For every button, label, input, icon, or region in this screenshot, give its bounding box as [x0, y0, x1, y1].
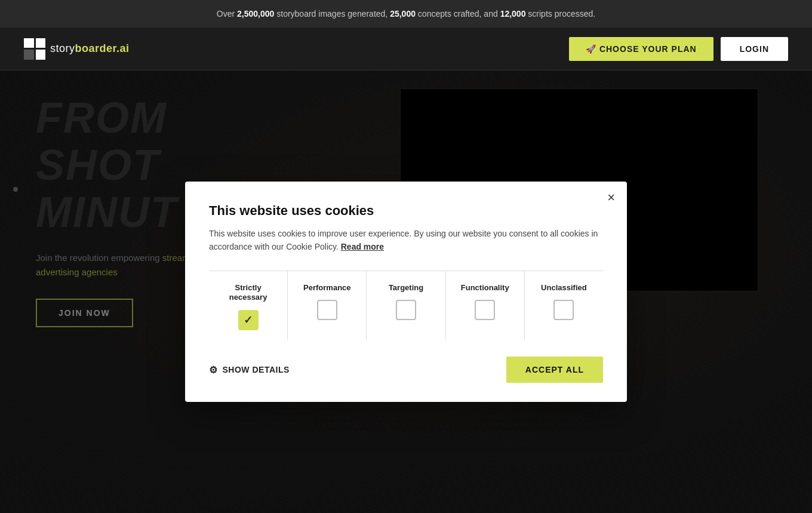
category-label-strictly-necessary: Strictly necessary	[215, 283, 281, 303]
category-targeting: Targeting	[367, 271, 445, 340]
gear-icon: ⚙	[209, 364, 218, 376]
logo-text: storyboarder.ai	[50, 42, 130, 55]
accept-all-button[interactable]: ACCEPT ALL	[506, 357, 603, 383]
stat-images: 2,500,000	[237, 9, 274, 19]
checkbox-performance[interactable]	[317, 300, 337, 320]
logo-cell-tl	[24, 38, 34, 48]
read-more-link[interactable]: Read more	[341, 242, 384, 251]
cookie-categories: Strictly necessary Performance Targeting…	[209, 271, 603, 340]
category-performance: Performance	[288, 271, 367, 340]
logo: storyboarder.ai	[24, 38, 130, 60]
show-details-button[interactable]: ⚙ SHOW DETAILS	[209, 364, 290, 376]
logo-cell-bl	[24, 50, 34, 60]
category-functionality: Functionality	[446, 271, 525, 340]
announcement-bar: Over 2,500,000 storyboard images generat…	[0, 0, 812, 27]
category-label-unclassified: Unclassified	[541, 283, 587, 293]
checkbox-unclassified[interactable]	[553, 300, 574, 320]
cookie-modal: × This website uses cookies This website…	[185, 182, 627, 403]
checkbox-strictly-necessary[interactable]	[238, 310, 259, 330]
hero-section: From SHOT Minut Join the revolution empo…	[0, 70, 812, 513]
stat-scripts: 12,000	[500, 9, 526, 19]
logo-cell-tr	[36, 38, 46, 48]
announcement-text: Over 2,500,000 storyboard images generat…	[217, 9, 595, 19]
login-button[interactable]: LOGIN	[721, 37, 788, 61]
checkbox-targeting[interactable]	[396, 300, 416, 320]
category-label-functionality: Functionality	[461, 283, 509, 293]
stat-concepts: 25,000	[390, 9, 416, 19]
modal-title: This website uses cookies	[209, 203, 603, 219]
logo-cell-br	[36, 50, 46, 60]
modal-overlay: × This website uses cookies This website…	[0, 70, 812, 513]
checkbox-functionality[interactable]	[475, 300, 495, 320]
category-unclassified: Unclassified	[525, 271, 603, 340]
modal-footer: ⚙ SHOW DETAILS ACCEPT ALL	[209, 357, 603, 383]
modal-description: This website uses cookies to improve use…	[209, 227, 603, 254]
logo-grid	[24, 38, 45, 60]
category-label-targeting: Targeting	[389, 283, 423, 293]
choose-plan-button[interactable]: 🚀 CHOOSE YOUR PLAN	[569, 37, 713, 61]
show-details-label: SHOW DETAILS	[223, 365, 290, 374]
header: storyboarder.ai 🚀 CHOOSE YOUR PLAN LOGIN	[0, 27, 812, 70]
header-buttons: 🚀 CHOOSE YOUR PLAN LOGIN	[569, 37, 788, 61]
modal-close-button[interactable]: ×	[607, 191, 615, 204]
category-label-performance: Performance	[303, 283, 350, 293]
logo-suffix: boarder.ai	[75, 42, 130, 54]
category-strictly-necessary: Strictly necessary	[209, 271, 288, 340]
